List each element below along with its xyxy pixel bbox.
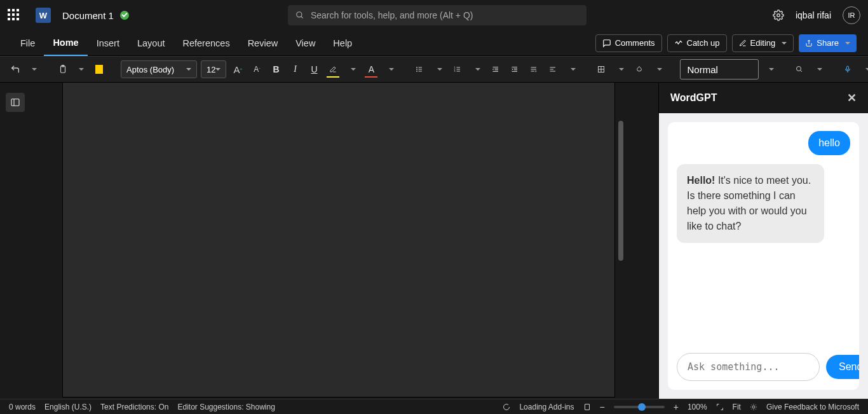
format-painter-button[interactable]	[92, 60, 107, 78]
ltr-button[interactable]	[526, 60, 541, 78]
find-button[interactable]	[792, 60, 807, 78]
paste-dropdown[interactable]	[72, 60, 88, 78]
svg-line-1	[301, 17, 303, 18]
chat-input[interactable]	[677, 353, 820, 381]
paste-button[interactable]	[55, 60, 71, 78]
chat-bot-lead: Hello!	[687, 175, 715, 186]
svg-point-0	[297, 12, 302, 17]
svg-point-8	[417, 69, 417, 70]
undo-dropdown[interactable]	[25, 60, 41, 78]
fit-icon[interactable]	[716, 403, 724, 411]
send-button[interactable]: Send	[826, 355, 859, 379]
align-button[interactable]	[545, 60, 560, 78]
editing-button[interactable]: Editing	[732, 34, 794, 52]
search-box[interactable]: Search for tools, help, and more (Alt + …	[288, 5, 587, 25]
work-area: WordGPT ✕ hello Hello! It's nice to meet…	[0, 83, 868, 399]
page[interactable]	[62, 83, 615, 397]
grow-font-button[interactable]: A^	[230, 60, 245, 78]
bullets-button[interactable]	[412, 60, 427, 78]
comments-label: Comments	[615, 38, 655, 48]
tab-references[interactable]: References	[173, 31, 238, 56]
scrollbar[interactable]	[615, 83, 627, 399]
chat-messages: hello Hello! It's nice to meet you. Is t…	[677, 131, 850, 345]
svg-point-10	[417, 71, 417, 72]
document-title[interactable]: Document 1	[62, 10, 114, 21]
zoom-slider[interactable]	[614, 406, 665, 408]
settings-icon[interactable]	[773, 10, 784, 21]
menu-bar: File Home Insert Layout References Revie…	[0, 31, 868, 56]
close-icon[interactable]: ✕	[847, 91, 857, 105]
status-editor[interactable]: Editor Suggestions: Showing	[177, 403, 275, 411]
undo-button[interactable]	[6, 60, 24, 78]
catchup-button[interactable]: Catch up	[667, 34, 727, 52]
increase-indent-button[interactable]	[507, 60, 522, 78]
style-value: Normal	[687, 64, 717, 75]
tab-review[interactable]: Review	[239, 31, 287, 56]
shading-dropdown[interactable]	[651, 60, 666, 78]
chevron-down-icon	[845, 42, 850, 45]
brightness-icon[interactable]	[750, 403, 757, 411]
status-predictions[interactable]: Text Predictions: On	[100, 403, 168, 411]
user-avatar[interactable]: IR	[843, 6, 860, 24]
tab-view[interactable]: View	[287, 31, 324, 56]
find-dropdown[interactable]	[811, 60, 826, 78]
tab-home[interactable]: Home	[44, 31, 87, 56]
zoom-slider-knob[interactable]	[638, 403, 646, 411]
style-dropdown[interactable]	[763, 60, 778, 78]
tab-help[interactable]: Help	[324, 31, 361, 56]
tab-file[interactable]: File	[11, 31, 44, 56]
document-canvas[interactable]	[31, 83, 658, 399]
app-launcher-icon[interactable]	[8, 9, 20, 22]
font-size-select[interactable]: 12	[201, 60, 226, 78]
svg-point-43	[752, 406, 755, 408]
status-language[interactable]: English (U.S.)	[44, 403, 92, 411]
left-side-strip	[0, 83, 31, 399]
title-bar: Document 1 Search for tools, help, and m…	[0, 0, 868, 31]
taskpane-title: WordGPT	[670, 92, 717, 104]
align-dropdown[interactable]	[564, 60, 580, 78]
zoom-in-button[interactable]: +	[674, 402, 679, 412]
comments-button[interactable]: Comments	[595, 34, 662, 52]
svg-rect-37	[847, 66, 849, 70]
table-dropdown[interactable]	[613, 60, 628, 78]
font-family-select[interactable]: Aptos (Body)	[121, 60, 197, 78]
page-mode-icon[interactable]	[583, 403, 591, 411]
highlight-dropdown[interactable]	[344, 60, 360, 78]
highlight-button[interactable]	[325, 60, 341, 78]
editing-label: Editing	[750, 38, 776, 48]
word-logo-icon	[36, 8, 51, 23]
chevron-down-icon	[186, 68, 191, 71]
font-color-dropdown[interactable]	[383, 60, 398, 78]
decrease-indent-button[interactable]	[488, 60, 503, 78]
search-icon	[295, 11, 304, 20]
tab-layout[interactable]: Layout	[128, 31, 174, 56]
status-fit[interactable]: Fit	[733, 403, 741, 411]
dictate-button[interactable]	[840, 60, 855, 78]
status-feedback[interactable]: Give Feedback to Microsoft	[766, 403, 859, 411]
save-status-icon[interactable]	[120, 11, 129, 20]
font-size-value: 12	[207, 65, 215, 74]
shading-button[interactable]	[632, 60, 647, 78]
share-button[interactable]: Share	[799, 34, 857, 52]
status-words[interactable]: 0 words	[9, 403, 36, 411]
tab-insert[interactable]: Insert	[88, 31, 128, 56]
numbering-dropdown[interactable]	[469, 60, 484, 78]
numbering-button[interactable]: 123	[450, 60, 465, 78]
dictate-dropdown[interactable]	[859, 60, 868, 78]
user-name[interactable]: iqbal rifai	[796, 10, 831, 20]
scrollbar-thumb[interactable]	[618, 121, 623, 261]
style-select[interactable]: Normal	[680, 59, 759, 79]
bold-button[interactable]: B	[268, 60, 283, 78]
svg-line-36	[801, 71, 803, 72]
zoom-out-button[interactable]: −	[600, 402, 605, 412]
bullets-dropdown[interactable]	[431, 60, 446, 78]
table-button[interactable]	[593, 60, 609, 78]
status-zoom[interactable]: 100%	[688, 403, 707, 411]
navigation-pane-button[interactable]	[6, 93, 25, 112]
shrink-font-button[interactable]: Aˇ	[249, 60, 264, 78]
svg-point-2	[777, 14, 780, 17]
underline-button[interactable]: U	[306, 60, 322, 78]
italic-button[interactable]: I	[287, 60, 302, 78]
catchup-label: Catch up	[687, 38, 720, 48]
font-color-button[interactable]: A	[363, 60, 379, 78]
